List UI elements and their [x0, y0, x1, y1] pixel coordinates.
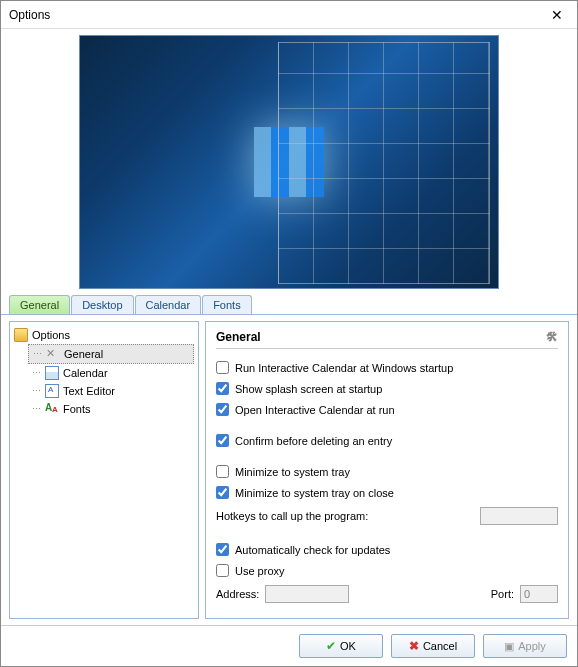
checkbox-label: Show splash screen at startup — [235, 383, 382, 395]
open-at-run-checkbox[interactable] — [216, 403, 229, 416]
ok-button[interactable]: ✔ OK — [299, 634, 383, 658]
apply-button[interactable]: ▣ Apply — [483, 634, 567, 658]
opt-splash: Show splash screen at startup — [216, 382, 558, 395]
checkbox-label: Confirm before deleting an entry — [235, 435, 392, 447]
button-label: OK — [340, 640, 356, 652]
check-icon: ✔ — [326, 639, 336, 653]
tree-connector-icon: ⋯ — [32, 404, 40, 414]
min-tray-close-checkbox[interactable] — [216, 486, 229, 499]
x-icon: ✖ — [409, 639, 419, 653]
opt-min-tray-close: Minimize to system tray on close — [216, 486, 558, 499]
opt-confirm-delete: Confirm before deleting an entry — [216, 434, 558, 447]
window-title: Options — [9, 8, 50, 22]
options-window: Options ✕ General Desktop Calendar Fonts… — [0, 0, 578, 667]
hotkeys-label: Hotkeys to call up the program: — [216, 510, 368, 522]
tree-item-calendar[interactable]: ⋯ Calendar — [28, 364, 194, 382]
dialog-buttons: ✔ OK ✖ Cancel ▣ Apply — [1, 625, 577, 666]
address-input[interactable] — [265, 585, 349, 603]
settings-heading: General — [216, 330, 261, 344]
wrench-icon[interactable]: 🛠 — [546, 330, 558, 344]
tree-connector-icon: ⋯ — [32, 386, 40, 396]
folder-icon — [14, 328, 28, 342]
auto-update-checkbox[interactable] — [216, 543, 229, 556]
tab-fonts[interactable]: Fonts — [202, 295, 252, 314]
options-tree: Options ⋯ General ⋯ Calendar ⋯ Text Edit… — [9, 321, 199, 619]
fonts-icon — [45, 402, 59, 416]
opt-use-proxy: Use proxy — [216, 564, 558, 577]
panels: Options ⋯ General ⋯ Calendar ⋯ Text Edit… — [1, 314, 577, 625]
button-label: Cancel — [423, 640, 457, 652]
proxy-address-row: Address: Port: — [216, 585, 558, 603]
checkbox-label: Automatically check for updates — [235, 544, 390, 556]
button-label: Apply — [518, 640, 546, 652]
confirm-delete-checkbox[interactable] — [216, 434, 229, 447]
tree-root[interactable]: Options — [14, 328, 194, 342]
tab-desktop[interactable]: Desktop — [71, 295, 133, 314]
tab-calendar[interactable]: Calendar — [135, 295, 202, 314]
tools-icon — [46, 347, 60, 361]
checkbox-label: Run Interactive Calendar at Windows star… — [235, 362, 453, 374]
run-at-startup-checkbox[interactable] — [216, 361, 229, 374]
opt-run-at-startup: Run Interactive Calendar at Windows star… — [216, 361, 558, 374]
titlebar: Options ✕ — [1, 1, 577, 29]
tree-item-label: Text Editor — [63, 385, 115, 397]
hotkeys-input[interactable] — [480, 507, 558, 525]
tree-root-label: Options — [32, 329, 70, 341]
preview-image — [79, 35, 499, 289]
tree-connector-icon: ⋯ — [32, 368, 40, 378]
checkbox-label: Open Interactive Calendar at run — [235, 404, 395, 416]
use-proxy-checkbox[interactable] — [216, 564, 229, 577]
tree-connector-icon: ⋯ — [33, 349, 41, 359]
cancel-button[interactable]: ✖ Cancel — [391, 634, 475, 658]
apply-icon: ▣ — [504, 640, 514, 653]
opt-auto-update: Automatically check for updates — [216, 543, 558, 556]
tabs-bar: General Desktop Calendar Fonts — [9, 295, 577, 314]
hotkeys-row: Hotkeys to call up the program: — [216, 507, 558, 525]
port-input[interactable] — [520, 585, 558, 603]
address-label: Address: — [216, 588, 259, 600]
checkbox-label: Minimize to system tray — [235, 466, 350, 478]
text-editor-icon — [45, 384, 59, 398]
min-tray-checkbox[interactable] — [216, 465, 229, 478]
checkbox-label: Use proxy — [235, 565, 285, 577]
checkbox-label: Minimize to system tray on close — [235, 487, 394, 499]
splash-checkbox[interactable] — [216, 382, 229, 395]
close-icon[interactable]: ✕ — [545, 5, 569, 25]
opt-min-tray: Minimize to system tray — [216, 465, 558, 478]
tree-item-fonts[interactable]: ⋯ Fonts — [28, 400, 194, 418]
settings-panel: General 🛠 Run Interactive Calendar at Wi… — [205, 321, 569, 619]
tree-item-label: General — [64, 348, 103, 360]
calendar-icon — [45, 366, 59, 380]
tree-item-label: Calendar — [63, 367, 108, 379]
tree-item-text-editor[interactable]: ⋯ Text Editor — [28, 382, 194, 400]
tree-item-general[interactable]: ⋯ General — [28, 344, 194, 364]
tree-item-label: Fonts — [63, 403, 91, 415]
tab-general[interactable]: General — [9, 295, 70, 314]
opt-open-at-run: Open Interactive Calendar at run — [216, 403, 558, 416]
settings-header: General 🛠 — [216, 328, 558, 349]
port-label: Port: — [491, 588, 514, 600]
